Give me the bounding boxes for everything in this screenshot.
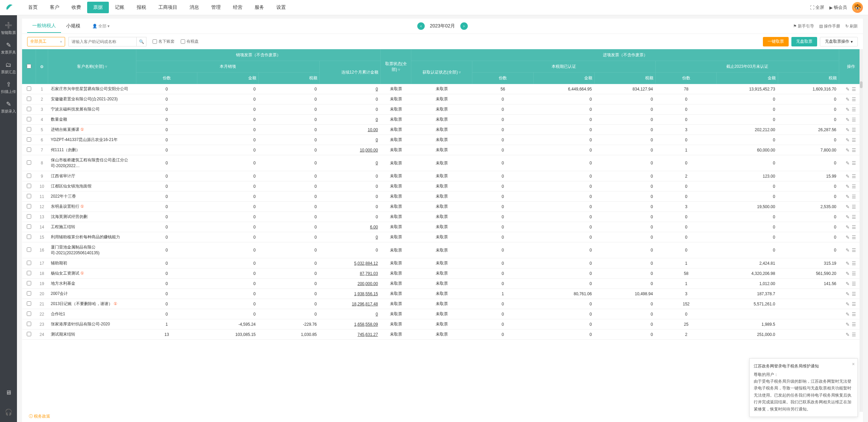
name-account-checkbox[interactable]: 名下账套 (153, 39, 175, 44)
edit-row-button[interactable]: ✎ (846, 107, 850, 112)
nav-item-7[interactable]: 消息 (183, 2, 205, 13)
row-checkbox[interactable] (27, 281, 31, 285)
customer-name-cell[interactable]: 合作社1 (48, 309, 136, 319)
nav-item-0[interactable]: 首页 (22, 2, 44, 13)
edit-row-button[interactable]: ✎ (846, 301, 850, 307)
row-checkbox[interactable] (27, 332, 31, 336)
nav-item-10[interactable]: 服务 (249, 2, 270, 13)
manual-link[interactable]: ▤操作手册 (819, 23, 840, 29)
refresh-button[interactable]: ↻刷新 (845, 23, 858, 29)
edit-row-button[interactable]: ✎ (846, 194, 850, 199)
view-row-button[interactable]: ☰ (852, 204, 856, 209)
edit-row-button[interactable]: ✎ (846, 247, 850, 253)
cumulative-link[interactable]: 200,000.00 (358, 281, 378, 286)
edit-row-button[interactable]: ✎ (846, 127, 850, 133)
customer-name-cell[interactable]: 利用辅助核算分析每种商品的赚钱能力 (48, 232, 136, 242)
table-settings-button[interactable]: ⚙ (36, 49, 48, 84)
row-checkbox[interactable] (27, 204, 31, 208)
cumulative-link[interactable]: 10.00 (368, 127, 378, 132)
row-checkbox[interactable] (27, 97, 31, 101)
edit-row-button[interactable]: ✎ (846, 184, 850, 189)
customer-name-cell[interactable]: 数量金额 (48, 115, 136, 125)
vertical-scrollbar[interactable] (860, 49, 863, 412)
view-row-button[interactable]: ☰ (852, 194, 856, 199)
row-checkbox[interactable] (27, 312, 31, 316)
customer-name-cell[interactable]: 宁波京磁科技发展有限公司 (48, 104, 136, 115)
view-row-button[interactable]: ☰ (852, 137, 856, 143)
row-checkbox[interactable] (27, 107, 31, 111)
row-checkbox[interactable] (27, 137, 31, 142)
sidebar-item-0[interactable]: ➕智能取票 (0, 19, 17, 38)
row-checkbox[interactable] (27, 184, 31, 188)
view-row-button[interactable]: ☰ (852, 281, 856, 286)
notice-close-button[interactable]: × (852, 360, 855, 368)
customer-name-cell[interactable]: 东明县设置鞋行① (48, 202, 136, 212)
cumulative-link[interactable]: 0 (376, 138, 378, 142)
view-row-button[interactable]: ☰ (852, 247, 856, 253)
cumulative-link[interactable]: 745,631.27 (358, 332, 378, 337)
nav-item-11[interactable]: 设置 (270, 2, 292, 13)
edit-row-button[interactable]: ✎ (846, 322, 850, 327)
edit-row-button[interactable]: ✎ (846, 204, 850, 209)
nav-item-8[interactable]: 管理 (205, 2, 227, 13)
cumulative-link[interactable]: 0 (376, 312, 378, 317)
nav-item-3[interactable]: 票据 (87, 2, 109, 13)
cumulative-link[interactable]: 0 (376, 161, 378, 165)
row-checkbox[interactable] (27, 271, 31, 275)
view-row-button[interactable]: ☰ (852, 332, 856, 337)
nav-item-4[interactable]: 记账 (109, 2, 131, 13)
edit-row-button[interactable]: ✎ (846, 224, 850, 230)
view-row-button[interactable]: ☰ (852, 86, 856, 92)
edit-row-button[interactable]: ✎ (846, 235, 850, 240)
view-row-button[interactable]: ☰ (852, 312, 856, 317)
edit-row-button[interactable]: ✎ (846, 271, 850, 276)
edit-row-button[interactable]: ✎ (846, 291, 850, 297)
row-checkbox[interactable] (27, 224, 31, 229)
nav-item-1[interactable]: 客户 (44, 2, 65, 13)
row-checkbox[interactable] (27, 127, 31, 132)
tax-policy-link[interactable]: ⓘ税务政策 (29, 414, 50, 419)
customer-search-input[interactable] (68, 37, 136, 46)
view-row-button[interactable]: ☰ (852, 322, 856, 327)
cumulative-link[interactable]: 18,296,817.48 (352, 302, 378, 306)
view-row-button[interactable]: ☰ (852, 261, 856, 266)
customer-name-cell[interactable]: 江都区仙女镇泡泡面馆 (48, 181, 136, 192)
customer-name-cell[interactable]: 工程施工结转 (48, 222, 136, 232)
has-disk-checkbox[interactable]: 有税盘 (181, 39, 199, 44)
edit-row-button[interactable]: ✎ (846, 137, 850, 143)
row-checkbox[interactable] (27, 291, 31, 296)
view-row-button[interactable]: ☰ (852, 127, 856, 133)
onekey-fetch-button[interactable]: 一键取票 (763, 37, 789, 46)
row-checkbox[interactable] (27, 261, 31, 265)
row-checkbox[interactable] (27, 174, 31, 178)
cumulative-link[interactable]: 1,938,556.15 (354, 292, 378, 296)
customer-name-cell[interactable]: YDZPT-441337昆山源吕农业16-21年 (48, 135, 136, 145)
row-checkbox[interactable] (27, 322, 31, 326)
cumulative-link[interactable]: 10,000.00 (360, 148, 378, 153)
edit-row-button[interactable]: ✎ (846, 160, 850, 166)
cumulative-link[interactable]: 5,032,884.12 (354, 261, 378, 266)
customer-name-cell[interactable]: 测试期末结转 (48, 329, 136, 340)
row-checkbox[interactable] (27, 160, 31, 165)
view-row-button[interactable]: ☰ (852, 271, 856, 276)
row-checkbox[interactable] (27, 194, 31, 198)
filter-icon[interactable]: ▿ (459, 70, 461, 75)
row-checkbox[interactable] (27, 235, 31, 239)
sidebar-item-1[interactable]: ✎发票开具 (0, 38, 17, 58)
customer-name-cell[interactable]: 何1111（勿删） (48, 145, 136, 155)
customer-name-cell[interactable]: 杨仙女工资测试① (48, 268, 136, 279)
row-checkbox[interactable] (27, 214, 31, 219)
filter-icon[interactable]: ▿ (105, 64, 107, 69)
view-row-button[interactable]: ☰ (852, 291, 856, 297)
cumulative-link[interactable]: 0 (376, 87, 378, 92)
member-button[interactable]: ▶畅会员 (829, 4, 847, 11)
customer-name-cell[interactable]: 地方水利基金 (48, 279, 136, 289)
view-row-button[interactable]: ☰ (852, 160, 856, 166)
edit-row-button[interactable]: ✎ (846, 214, 850, 220)
customer-name-cell[interactable]: 厦门雷池金属制品有限公司-2021(20220506140135) (48, 242, 136, 258)
view-row-button[interactable]: ☰ (852, 97, 856, 102)
view-row-button[interactable]: ☰ (852, 147, 856, 153)
view-row-button[interactable]: ☰ (852, 235, 856, 240)
customer-name-cell[interactable]: 2022年十三香 (48, 192, 136, 202)
edit-row-button[interactable]: ✎ (846, 312, 850, 317)
